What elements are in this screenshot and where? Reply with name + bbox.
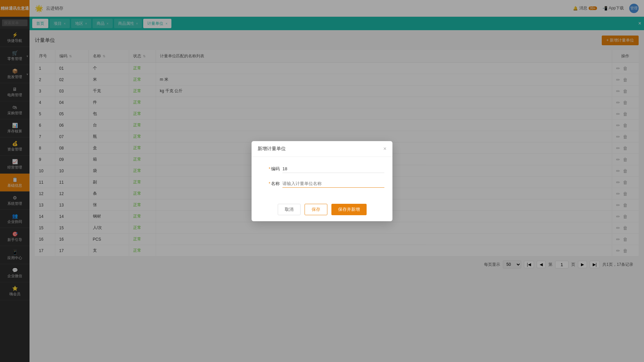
name-input[interactable] xyxy=(282,180,384,188)
modal-overlay[interactable]: 新增计量单位 × *编码 *名称 取消 保存 保存并新增 xyxy=(0,0,644,362)
modal-title: 新增计量单位 xyxy=(258,146,286,152)
save-button[interactable]: 保存 xyxy=(305,204,327,215)
form-row-name: *名称 xyxy=(260,180,384,188)
form-row-code: *编码 xyxy=(260,165,384,173)
code-input[interactable] xyxy=(282,165,384,173)
code-label: *编码 xyxy=(260,166,280,172)
add-unit-modal: 新增计量单位 × *编码 *名称 取消 保存 保存并新增 xyxy=(252,141,392,221)
modal-close-button[interactable]: × xyxy=(383,146,386,152)
modal-body: *编码 *名称 xyxy=(252,157,392,200)
name-label: *名称 xyxy=(260,181,280,187)
required-star: * xyxy=(269,181,270,186)
modal-header: 新增计量单位 × xyxy=(252,141,392,157)
required-star: * xyxy=(269,166,270,171)
cancel-button[interactable]: 取消 xyxy=(278,204,301,215)
save-and-new-button[interactable]: 保存并新增 xyxy=(331,204,367,215)
modal-footer: 取消 保存 保存并新增 xyxy=(252,200,392,221)
